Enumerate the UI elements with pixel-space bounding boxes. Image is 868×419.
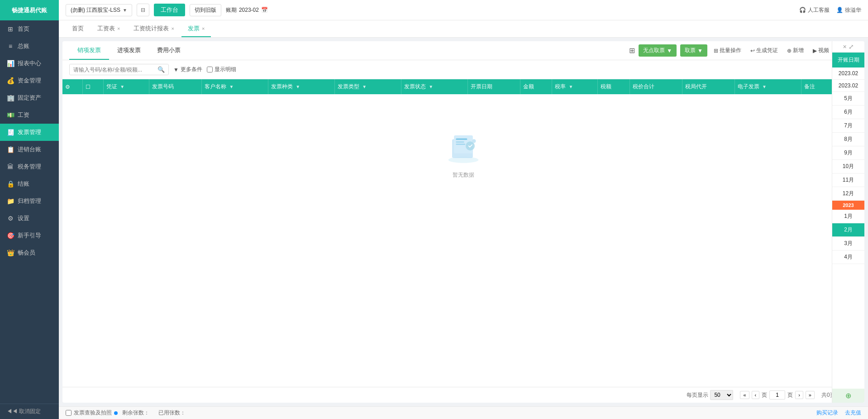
th-invoice-no: 发票号码 <box>149 79 202 94</box>
tab-invoice-close[interactable]: × <box>202 26 205 31</box>
first-page-button[interactable]: « <box>740 391 749 399</box>
sidebar-item-member[interactable]: 👑 畅会员 <box>0 244 59 261</box>
date-panel-expand-btn[interactable]: ⊕ <box>832 389 864 403</box>
date-panel-item-2023-2[interactable]: 2月 <box>832 223 864 237</box>
customer-filter-icon[interactable]: ▼ <box>229 84 234 89</box>
tab-payroll-label: 工资表 <box>97 24 115 33</box>
date-panel-item-2023-4[interactable]: 4月 <box>832 250 864 264</box>
batch-ops-button[interactable]: ⊞ 批量操作 <box>711 45 744 56</box>
video-label: 视频 <box>818 47 829 54</box>
more-filters-button[interactable]: ▼ 更多条件 <box>173 66 202 73</box>
get-invoice-button[interactable]: 取票 ▼ <box>680 44 707 57</box>
generate-voucher-button[interactable]: ↩ 生成凭证 <box>748 45 781 56</box>
date-panel-item-5[interactable]: 5月 <box>832 92 864 106</box>
subtab-sales-invoice[interactable]: 销项发票 <box>69 42 109 60</box>
user-avatar[interactable]: 👤 徐溢华 <box>836 6 861 14</box>
voucher-filter-icon[interactable]: ▼ <box>120 84 124 89</box>
tax-rate-filter-icon[interactable]: ▼ <box>568 84 573 89</box>
date-panel-item-10[interactable]: 10月 <box>832 160 864 173</box>
sidebar-item-funds[interactable]: 💰 资金管理 <box>0 72 59 89</box>
tax-icon: 🏛 <box>7 163 14 170</box>
date-panel-item-2023-1[interactable]: 1月 <box>832 210 864 223</box>
tab-invoice[interactable]: 发票 × <box>181 21 211 37</box>
inv-status-filter-icon[interactable]: ▼ <box>429 84 433 89</box>
sidebar-item-close[interactable]: 🔒 结账 <box>0 175 59 193</box>
svg-point-7 <box>472 139 476 143</box>
invoice-subtabs: 销项发票 进项发票 费用小票 ⊞ 无点取票 ▼ 取票 ▼ <box>62 41 864 60</box>
sidebar: 畅捷通易代账 ⊞ 首页 ≡ 总账 📊 报表中心 💰 资金管理 🏢 固定资产 💵 … <box>0 0 59 419</box>
tab-payroll[interactable]: 工资表 × <box>91 21 126 37</box>
sidebar-item-invoice[interactable]: 🧾 发票管理 <box>0 124 59 141</box>
support-button[interactable]: 🎧 人工客服 <box>799 6 830 14</box>
date-panel-item-12[interactable]: 12月 <box>832 187 864 201</box>
show-detail-checkbox[interactable]: 显示明细 <box>207 66 236 73</box>
search-input[interactable] <box>73 67 155 73</box>
date-panel-item-9[interactable]: 9月 <box>832 146 864 160</box>
buy-records-link[interactable]: 购买记录 <box>816 409 838 417</box>
video-button[interactable]: ▶ 视频 <box>810 45 832 56</box>
sidebar-item-assets[interactable]: 🏢 固定资产 <box>0 89 59 106</box>
per-page-select[interactable]: 50 100 200 <box>710 390 733 400</box>
date-panel-item-8[interactable]: 8月 <box>832 133 864 146</box>
expand-icon[interactable]: ⤢ <box>849 43 854 50</box>
tab-home[interactable]: 首页 <box>66 21 90 37</box>
inv-subtype-filter-icon[interactable]: ▼ <box>362 84 367 89</box>
th-invoice-subtype: 发票类型 ▼ <box>334 79 401 94</box>
verify-checkbox[interactable] <box>66 410 72 416</box>
grid-view-icon[interactable]: ⊞ <box>629 46 635 55</box>
sidebar-item-settings[interactable]: ⚙ 设置 <box>0 210 59 227</box>
invoice-table: ⚙ ☐ 凭证 ▼ 发票号码 客户名称 ▼ 发票种类 ▼ 发票类型 ▼ 发票状态 … <box>62 79 864 94</box>
sidebar-item-sales[interactable]: 📋 进销台账 <box>0 141 59 158</box>
sidebar-item-ledger[interactable]: ≡ 总账 <box>0 38 59 55</box>
company-settings-button[interactable]: ⊟ <box>137 4 149 16</box>
th-tax-amount: 税额 <box>598 79 630 94</box>
reports-icon: 📊 <box>7 60 14 67</box>
no-invoice-button[interactable]: 无点取票 ▼ <box>639 44 677 57</box>
show-detail-check[interactable] <box>207 67 213 72</box>
per-page-selector: 每页显示 50 100 200 <box>687 390 733 400</box>
th-settings[interactable]: ⚙ <box>62 79 83 94</box>
period-display: 账期 2023-02 📅 <box>226 6 268 14</box>
date-panel-item-6[interactable]: 6月 <box>832 106 864 119</box>
th-invoice-status: 发票状态 ▼ <box>401 79 467 94</box>
prev-page-button[interactable]: ‹ <box>752 391 760 399</box>
date-panel-item-202302-2[interactable]: 2023.02 <box>832 80 864 92</box>
last-page-button[interactable]: » <box>806 391 815 399</box>
video-icon: ▶ <box>813 48 817 54</box>
unpin-sidebar-button[interactable]: ◀◀ 取消固定 <box>0 404 59 419</box>
date-panel-item-11[interactable]: 11月 <box>832 173 864 187</box>
date-panel-item-7[interactable]: 7月 <box>832 119 864 133</box>
sidebar-item-tax[interactable]: 🏛 税务管理 <box>0 158 59 175</box>
inv-type-filter-icon[interactable]: ▼ <box>296 84 300 89</box>
filter-icon: ▼ <box>173 67 179 73</box>
used-label: 已用张数： <box>158 409 186 417</box>
tab-payroll-close[interactable]: × <box>117 26 120 31</box>
recharge-link[interactable]: 去充值 <box>845 409 861 417</box>
sidebar-item-label: 固定资产 <box>18 94 41 102</box>
close-icon[interactable]: × <box>843 43 846 50</box>
tab-payroll-stats-close[interactable]: × <box>171 26 174 31</box>
sidebar-item-home[interactable]: ⊞ 首页 <box>0 20 59 38</box>
electronic-filter-icon[interactable]: ▼ <box>762 84 767 89</box>
date-panel: × ⤢ 开账日期 2023.02 2023.02 5月 6月 7月 8月 9月 … <box>832 41 864 403</box>
tab-payroll-stats[interactable]: 工资统计报表 × <box>127 21 180 37</box>
company-selector[interactable]: (勿删) 江西股宝-LSS ▼ <box>66 4 132 16</box>
sidebar-item-reports[interactable]: 📊 报表中心 <box>0 55 59 72</box>
next-page-button[interactable]: › <box>795 391 803 399</box>
empty-illustration <box>441 130 486 167</box>
th-amount: 金额 <box>520 79 552 94</box>
switch-old-button[interactable]: 切到旧版 <box>190 4 221 16</box>
date-panel-item-202302-1[interactable]: 2023.02 <box>832 67 864 80</box>
workbench-button[interactable]: 工作台 <box>154 4 185 16</box>
subtab-purchase-invoice[interactable]: 进项发票 <box>109 42 149 60</box>
sidebar-item-guide[interactable]: 🎯 新手引导 <box>0 227 59 244</box>
page-input[interactable] <box>769 390 785 400</box>
date-panel-item-2023-3[interactable]: 3月 <box>832 237 864 250</box>
new-invoice-button[interactable]: ⊕ 新增 <box>784 45 806 56</box>
subtab-receipts[interactable]: 费用小票 <box>149 42 189 60</box>
sidebar-item-archive[interactable]: 📁 归档管理 <box>0 193 59 210</box>
verify-section: 发票查验及拍照 <box>66 409 118 417</box>
page-label: 页 <box>762 391 767 399</box>
th-checkbox[interactable]: ☐ <box>83 79 104 94</box>
sidebar-item-payroll[interactable]: 💵 工资 <box>0 106 59 124</box>
